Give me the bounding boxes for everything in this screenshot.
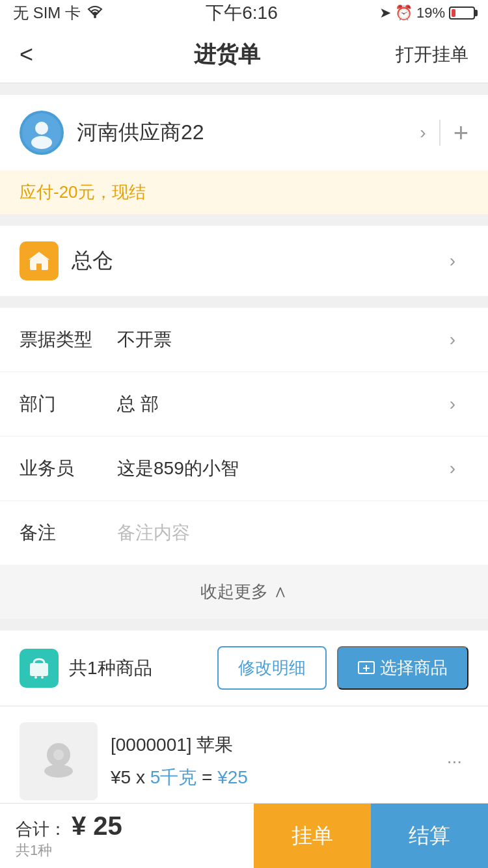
product-header: 共1种商品 修改明细 选择商品 — [0, 619, 488, 705]
price-multiply: x — [136, 767, 150, 787]
select-product-icon — [358, 661, 375, 675]
remark-label: 备注 — [20, 521, 98, 545]
svg-point-1 — [35, 122, 48, 135]
svg-rect-5 — [36, 264, 42, 270]
product-icon — [20, 649, 59, 688]
product-info: [0000001] 苹果 ¥5 x 5千克 = ¥25 — [111, 733, 441, 790]
warning-banner: 应付-20元，现结 — [0, 170, 488, 214]
supplier-name: 河南供应商22 — [77, 118, 420, 147]
total-row: 合计： ¥ 25 — [16, 811, 238, 841]
add-supplier-button[interactable]: + — [454, 118, 468, 148]
settle-button[interactable]: 结算 — [371, 804, 488, 868]
select-product-label: 选择商品 — [380, 657, 448, 679]
battery-percent: 19% — [416, 5, 445, 21]
supplier-row[interactable]: 河南供应商22 › + — [0, 95, 488, 170]
form-row-department[interactable]: 部门 总 部 › — [0, 372, 488, 436]
open-hang-button[interactable]: 打开挂单 — [396, 42, 468, 67]
product-title: 苹果 — [197, 735, 233, 755]
avatar-icon — [25, 116, 58, 149]
invoice-value: 不开票 — [98, 327, 450, 352]
collapse-button[interactable]: 收起更多 ∧ — [0, 565, 488, 619]
total-value: ¥25 — [217, 767, 248, 787]
form-row-salesperson[interactable]: 业务员 这是859的小智 › — [0, 436, 488, 500]
status-bar: 无 SIM 卡 下午6:16 ➤ ⏰ 19% — [0, 0, 488, 26]
hang-button[interactable]: 挂单 — [254, 804, 371, 868]
nav-bar: < 进货单 打开挂单 — [0, 26, 488, 83]
svg-point-13 — [44, 765, 73, 778]
cart-icon — [27, 657, 51, 680]
battery-fill — [452, 9, 455, 17]
total-amount: ¥ 25 — [72, 811, 122, 841]
top-divider — [0, 83, 488, 95]
svg-rect-6 — [30, 663, 48, 676]
supplier-avatar — [20, 111, 64, 155]
svg-point-8 — [41, 676, 44, 679]
battery-icon — [449, 7, 475, 20]
avatar-inner — [22, 113, 61, 152]
remark-placeholder[interactable]: 备注内容 — [98, 521, 468, 545]
time-label: 下午6:16 — [206, 1, 278, 25]
form-row-remark[interactable]: 备注 备注内容 — [0, 500, 488, 565]
product-thumb-icon — [33, 735, 85, 787]
svg-marker-4 — [29, 252, 49, 260]
svg-point-7 — [34, 676, 37, 679]
department-chevron-icon: › — [450, 394, 455, 414]
warehouse-section: 总仓 › — [0, 226, 488, 296]
svg-point-2 — [31, 136, 52, 149]
supplier-chevron-icon: › — [420, 122, 426, 143]
alarm-icon: ⏰ — [395, 5, 413, 21]
svg-point-0 — [94, 16, 96, 18]
supplier-section: 河南供应商22 › + 应付-20元，现结 — [0, 95, 488, 214]
carrier-label: 无 SIM 卡 — [13, 3, 81, 23]
form-row-invoice[interactable]: 票据类型 不开票 › — [0, 308, 488, 372]
product-more-button[interactable]: ··· — [441, 744, 468, 778]
total-label: 合计： — [16, 818, 66, 841]
status-left: 无 SIM 卡 — [13, 3, 104, 23]
salesperson-label: 业务员 — [20, 456, 98, 481]
salesperson-chevron-icon: › — [450, 458, 455, 479]
total-count: 共1种 — [16, 841, 238, 860]
svg-point-14 — [53, 750, 64, 760]
form-section: 票据类型 不开票 › 部门 总 部 › 业务员 这是859的小智 › 备注 备注… — [0, 308, 488, 565]
mid-divider-1 — [0, 214, 488, 226]
warehouse-chevron-icon: › — [450, 251, 455, 271]
product-item: [0000001] 苹果 ¥5 x 5千克 = ¥25 ··· — [0, 706, 488, 816]
salesperson-value: 这是859的小智 — [98, 456, 450, 481]
department-label: 部门 — [20, 392, 98, 416]
invoice-chevron-icon: › — [450, 329, 455, 350]
product-count-label: 共1种商品 — [69, 656, 217, 681]
page-title: 进货单 — [194, 40, 260, 70]
quantity-value: 5千克 — [150, 767, 197, 787]
bottom-bar: 合计： ¥ 25 共1种 挂单 结算 — [0, 803, 488, 868]
back-button[interactable]: < — [20, 41, 59, 68]
product-thumbnail — [20, 722, 98, 800]
status-right: ➤ ⏰ 19% — [379, 5, 475, 21]
select-product-button[interactable]: 选择商品 — [337, 646, 468, 690]
invoice-label: 票据类型 — [20, 327, 98, 352]
product-price: ¥5 x 5千克 = ¥25 — [111, 765, 441, 790]
product-name: [0000001] 苹果 — [111, 733, 441, 757]
price-value: ¥5 — [111, 767, 131, 787]
mid-divider-2 — [0, 296, 488, 308]
warehouse-row[interactable]: 总仓 › — [0, 226, 488, 296]
department-value: 总 部 — [98, 392, 450, 416]
warehouse-icon — [20, 241, 59, 280]
product-code: [0000001] — [111, 735, 192, 755]
wifi-icon — [86, 4, 104, 22]
warehouse-name: 总仓 — [72, 247, 450, 275]
location-icon: ➤ — [379, 5, 391, 21]
modify-detail-button[interactable]: 修改明细 — [217, 646, 327, 690]
price-equals: = — [202, 767, 217, 787]
warehouse-svg-icon — [27, 249, 51, 273]
supplier-divider — [439, 120, 441, 146]
total-section: 合计： ¥ 25 共1种 — [0, 804, 254, 868]
